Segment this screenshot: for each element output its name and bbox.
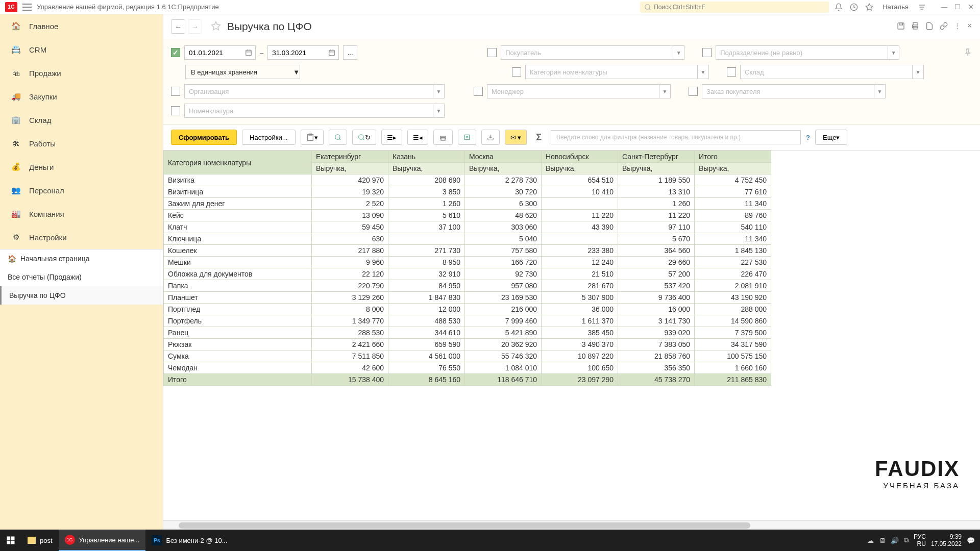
table-row[interactable]: Мешки9 9608 950166 72012 24029 660227 53… — [164, 257, 771, 268]
dept-combo[interactable]: ▼ — [716, 45, 899, 60]
table-row[interactable]: Кейс13 0905 61048 62011 22011 22089 760 — [164, 210, 771, 221]
tray-clock[interactable]: 9:3917.05.2022 — [931, 533, 962, 548]
chevron-down-icon[interactable]: ▼ — [912, 65, 923, 79]
print-button[interactable] — [433, 130, 453, 145]
back-button[interactable]: ← — [171, 19, 185, 34]
org-combo[interactable]: ▼ — [184, 84, 445, 98]
table-row[interactable]: Ранец288 530344 6105 421 890385 450939 0… — [164, 327, 771, 339]
star-icon[interactable] — [865, 3, 874, 12]
dept-checkbox[interactable] — [702, 48, 712, 57]
chevron-down-icon[interactable]: ▼ — [433, 104, 444, 117]
taskbar-item[interactable]: 1CУправление наше... — [59, 530, 146, 551]
date-checkbox[interactable] — [171, 48, 180, 57]
paste-button[interactable]: ▾ — [301, 130, 324, 145]
chevron-down-icon[interactable]: ▼ — [433, 85, 444, 98]
sidebar-item[interactable]: 📇CRM — [0, 38, 163, 61]
more-dots-icon[interactable]: ⋮ — [954, 22, 961, 32]
nomen-combo[interactable]: ▼ — [184, 104, 445, 118]
sidebar-item[interactable]: 🛠Работы — [0, 132, 163, 155]
chevron-down-icon[interactable]: ▼ — [673, 46, 684, 59]
sidebar-item[interactable]: ⚙Настройки — [0, 226, 163, 249]
order-combo[interactable]: ▼ — [702, 84, 886, 98]
global-search-input[interactable] — [654, 4, 825, 11]
table-row[interactable]: Чемодан42 60076 5501 084 010100 650356 3… — [164, 362, 771, 374]
table-row[interactable]: Сумка7 511 8504 561 00055 746 32010 897 … — [164, 350, 771, 362]
toolbar-search[interactable] — [551, 130, 801, 144]
wh-checkbox[interactable] — [727, 67, 736, 77]
sidebar-item[interactable]: 🏢Склад — [0, 108, 163, 132]
generate-button[interactable]: Сформировать — [171, 130, 237, 145]
collapse-button[interactable]: ☰◂ — [407, 130, 428, 145]
table-row[interactable]: Портплед8 00012 000216 00036 00016 00028… — [164, 304, 771, 315]
sidebar-item[interactable]: 👥Персонал — [0, 179, 163, 202]
link-icon[interactable] — [940, 22, 948, 32]
sidebar-item[interactable]: 🏭Компания — [0, 202, 163, 226]
save-file-button[interactable] — [481, 130, 500, 145]
table-row[interactable]: Папка220 79084 950957 080281 670537 4202… — [164, 280, 771, 292]
doc-icon[interactable] — [925, 22, 934, 32]
taskbar-item[interactable]: post — [21, 530, 59, 551]
sidebar-tab[interactable]: Все отчеты (Продажи) — [0, 268, 163, 286]
start-button[interactable] — [0, 530, 21, 551]
find-next-button[interactable]: ↻ — [352, 130, 376, 145]
preview-button[interactable] — [458, 130, 476, 145]
table-row[interactable]: Рюкзак2 421 660659 59020 362 9203 490 37… — [164, 339, 771, 350]
chevron-down-icon[interactable]: ▼ — [888, 46, 899, 59]
category-combo[interactable]: ▼ — [525, 65, 709, 79]
unit-select[interactable]: В единицах хранения▼ — [185, 65, 300, 79]
mgr-combo[interactable]: ▼ — [487, 84, 671, 98]
close-page-icon[interactable]: ✕ — [967, 22, 972, 32]
tray-lang[interactable]: РУСRU — [914, 533, 926, 548]
close-button[interactable]: ✕ — [967, 3, 975, 11]
chevron-down-icon[interactable]: ▼ — [659, 85, 670, 98]
table-row[interactable]: Планшет3 129 2601 847 83023 169 5305 307… — [164, 292, 771, 304]
settings-lines-icon[interactable] — [917, 3, 926, 12]
print-icon[interactable] — [911, 22, 919, 32]
forward-button[interactable]: → — [188, 19, 202, 34]
sidebar-tab[interactable]: 🏠Начальная страница — [0, 249, 163, 268]
buyer-checkbox[interactable] — [487, 48, 497, 57]
global-search[interactable] — [640, 2, 829, 13]
more-button[interactable]: Еще ▾ — [815, 130, 847, 145]
history-icon[interactable] — [849, 3, 859, 12]
tray-volume-icon[interactable]: 🔊 — [891, 537, 899, 544]
find-button[interactable] — [329, 130, 347, 145]
table-row[interactable]: Кошелек217 880271 730757 580233 380364 5… — [164, 245, 771, 257]
expand-button[interactable]: ☰▸ — [381, 130, 402, 145]
table-row[interactable]: Ключница6305 0405 67011 340 — [164, 233, 771, 245]
taskbar-item[interactable]: PsБез имени-2 @ 10... — [145, 530, 233, 551]
chevron-down-icon[interactable]: ▼ — [697, 65, 708, 79]
buyer-combo[interactable]: ▼ — [501, 45, 684, 60]
minimize-button[interactable]: — — [940, 3, 948, 11]
tray-cloud-icon[interactable]: ☁ — [867, 537, 874, 544]
report-grid[interactable]: Категория номенклатурыЕкатеринбургКазань… — [163, 151, 980, 520]
menu-icon[interactable] — [22, 4, 32, 11]
favorite-star-icon[interactable] — [211, 21, 221, 33]
date-to-input[interactable] — [267, 45, 339, 60]
save-icon[interactable] — [897, 22, 905, 32]
sidebar-item[interactable]: 🚚Закупки — [0, 85, 163, 108]
sidebar-item[interactable]: 🏠Главное — [0, 14, 163, 38]
table-total-row[interactable]: Итого15 738 4008 645 160118 646 71023 09… — [164, 374, 771, 386]
table-row[interactable]: Обложка для документов22 12032 91092 730… — [164, 268, 771, 280]
nomen-checkbox[interactable] — [171, 106, 180, 115]
help-icon[interactable]: ? — [806, 134, 810, 141]
tray-notifications-icon[interactable]: 💬 — [967, 537, 975, 544]
settings-button[interactable]: Настройки... — [242, 130, 296, 145]
sigma-icon[interactable]: Σ — [536, 132, 542, 143]
chevron-down-icon[interactable]: ▼ — [874, 85, 885, 98]
pin-icon[interactable] — [963, 47, 972, 58]
chevron-down-icon[interactable]: ▼ — [293, 68, 300, 76]
user-name[interactable]: Наталья — [883, 3, 909, 11]
email-button[interactable]: ✉ ▾ — [505, 130, 527, 145]
table-row[interactable]: Визитница19 3203 85030 72010 41013 31077… — [164, 186, 771, 198]
table-row[interactable]: Клатч59 45037 100303 06043 39097 110540 … — [164, 221, 771, 233]
sidebar-item[interactable]: 💰Деньги — [0, 155, 163, 179]
table-row[interactable]: Зажим для денег2 5201 2606 3001 26011 34… — [164, 198, 771, 210]
tray-network-icon[interactable]: ⧉ — [904, 536, 909, 544]
horizontal-scrollbar[interactable] — [163, 520, 980, 530]
table-row[interactable]: Портфель1 349 770488 5307 999 4601 611 3… — [164, 315, 771, 327]
table-row[interactable]: Визитка420 970208 6902 278 730654 5101 1… — [164, 174, 771, 186]
wh-combo[interactable]: ▼ — [740, 65, 924, 79]
date-from-input[interactable] — [184, 45, 256, 60]
